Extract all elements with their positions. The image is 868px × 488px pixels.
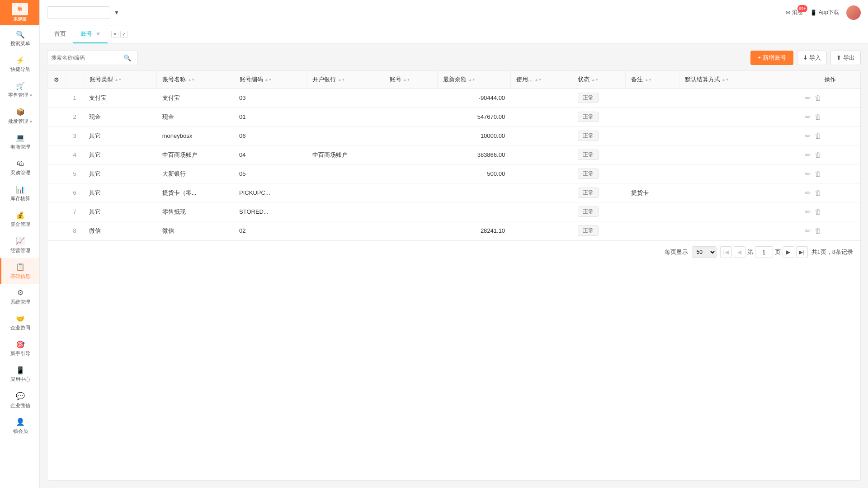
menu-icon-funds: 💰 — [16, 211, 25, 220]
sidebar-item-ecommerce[interactable]: 💻 电商管理 — [0, 129, 39, 155]
menu-label-appcenter: 应用中心 — [10, 376, 30, 382]
sidebar-item-inventory[interactable]: 📊 库存核算 — [0, 180, 39, 206]
app-download-button[interactable]: 📱 App下载 — [810, 9, 839, 16]
sidebar-item-search[interactable]: 🔍 搜索菜单 — [0, 25, 39, 51]
status-badge: 正常 — [578, 150, 599, 160]
tab-account[interactable]: 账号✕ — [73, 25, 108, 43]
sidebar-item-purchase[interactable]: 🛍 采购管理 — [0, 155, 39, 180]
cell-settings-1 — [47, 108, 66, 127]
menu-icon-purchase: 🛍 — [16, 159, 25, 168]
sidebar-item-wecom[interactable]: 💬 企业微信 — [0, 387, 39, 413]
sidebar-item-wholesale[interactable]: 📦 批发管理 ▼ — [0, 103, 39, 129]
tab-home[interactable]: 首页 — [47, 25, 73, 43]
next-page-btn[interactable]: ▶ — [783, 246, 794, 258]
delete-btn-3[interactable]: 🗑 — [815, 151, 821, 159]
sidebar-item-system[interactable]: ⚙ 系统管理 — [0, 284, 39, 310]
delete-btn-2[interactable]: 🗑 — [815, 132, 821, 140]
cell-account-5 — [384, 183, 437, 202]
cell-usage-6 — [510, 202, 572, 221]
avatar[interactable] — [846, 5, 861, 20]
window-controls: ✕ ⤢ — [111, 31, 127, 38]
table-row: 2 现金 现金 01 547670.00 正常 ✏ 🗑 — [47, 108, 860, 127]
th-settle[interactable]: 默认结算方式▲▼ — [679, 71, 800, 89]
search-icon[interactable]: 🔍 — [123, 54, 131, 61]
sidebar-item-retail[interactable]: 🛒 零售管理 ▼ — [0, 77, 39, 103]
topbar-dropdown[interactable]: ▼ — [114, 9, 119, 16]
edit-btn-5[interactable]: ✏ — [805, 189, 811, 197]
edit-btn-6[interactable]: ✏ — [805, 208, 811, 216]
topbar-search-input[interactable] — [47, 6, 110, 19]
cell-action-1: ✏ 🗑 — [800, 108, 860, 127]
prev-page-btn[interactable]: ◀ — [734, 246, 745, 258]
th-status[interactable]: 状态▲▼ — [572, 71, 626, 89]
cell-name-4: 大新银行 — [157, 164, 234, 183]
cell-remark-1 — [626, 108, 679, 127]
sidebar-item-agreement[interactable]: 🤝 企业协同 — [0, 310, 39, 335]
edit-btn-0[interactable]: ✏ — [805, 94, 811, 102]
cell-status-2: 正常 — [572, 127, 626, 145]
edit-btn-1[interactable]: ✏ — [805, 113, 811, 121]
sidebar-item-shortcut[interactable]: ⚡ 快捷导航 — [0, 51, 39, 77]
page-size-select[interactable]: 50 100 200 — [692, 246, 717, 258]
cell-status-4: 正常 — [572, 164, 626, 183]
cell-settle-2 — [679, 127, 800, 145]
delete-btn-4[interactable]: 🗑 — [815, 170, 821, 178]
message-button[interactable]: ✉ 消息 99+ — [786, 9, 803, 16]
menu-icon-shortcut: ⚡ — [16, 56, 25, 65]
cell-type-7: 微信 — [84, 221, 157, 240]
menu-label-shortcut: 快捷导航 — [10, 66, 30, 72]
menu-label-guide: 新手引导 — [10, 351, 30, 357]
cell-type-3: 其它 — [84, 145, 157, 164]
sidebar-item-basic[interactable]: 📋 基础信息 — [0, 258, 39, 284]
th-code[interactable]: 账号编码▲▼ — [234, 71, 307, 89]
tab-close-account[interactable]: ✕ — [96, 31, 100, 37]
sidebar-item-guide[interactable]: 🎯 新手引导 — [0, 335, 39, 361]
delete-btn-5[interactable]: 🗑 — [815, 189, 821, 197]
delete-btn-1[interactable]: 🗑 — [815, 113, 821, 121]
window-close-btn[interactable]: ✕ — [111, 31, 118, 38]
th-bank[interactable]: 开户银行▲▼ — [307, 71, 384, 89]
cell-account-0 — [384, 89, 437, 108]
cell-action-2: ✏ 🗑 — [800, 127, 860, 145]
last-page-btn[interactable]: ▶| — [796, 246, 808, 258]
table-row: 7 其它 零售抵现 STORED... 正常 ✏ 🗑 — [47, 202, 860, 221]
th-balance[interactable]: 最新余额▲▼ — [437, 71, 510, 89]
sidebar-item-funds[interactable]: 💰 资金管理 — [0, 206, 39, 232]
delete-btn-7[interactable]: 🗑 — [815, 227, 821, 235]
add-account-button[interactable]: + 新增账号 — [750, 51, 793, 65]
edit-btn-2[interactable]: ✏ — [805, 132, 811, 140]
delete-btn-0[interactable]: 🗑 — [815, 94, 821, 102]
delete-btn-6[interactable]: 🗑 — [815, 208, 821, 216]
cell-type-1: 现金 — [84, 108, 157, 127]
message-badge: 99+ — [797, 5, 807, 12]
th-remark-sort: ▲▼ — [645, 78, 652, 82]
window-maximize-btn[interactable]: ⤢ — [120, 31, 127, 38]
sidebar-item-member[interactable]: 👤 畅会员 — [0, 413, 39, 439]
cell-usage-0 — [510, 89, 572, 108]
settings-icon[interactable]: ⚙ — [54, 76, 59, 83]
sidebar-item-operations[interactable]: 📈 经营管理 — [0, 232, 39, 258]
edit-btn-3[interactable]: ✏ — [805, 151, 811, 159]
th-remark[interactable]: 备注▲▼ — [626, 71, 679, 89]
search-input[interactable] — [51, 55, 123, 61]
page-number-input[interactable] — [755, 246, 773, 258]
first-page-btn[interactable]: |◀ — [720, 246, 732, 258]
cell-remark-2 — [626, 127, 679, 145]
export-button[interactable]: ⬆ 导出 — [830, 51, 861, 65]
menu-label-retail: 零售管理 ▼ — [8, 92, 33, 98]
import-button[interactable]: ⬇ 导入 — [797, 51, 827, 65]
cell-account-4 — [384, 164, 437, 183]
th-name[interactable]: 账号名称▲▼ — [157, 71, 234, 89]
cell-balance-7: 28241.10 — [437, 221, 510, 240]
menu-label-ecommerce: 电商管理 — [10, 144, 30, 150]
page-size-label: 每页显示 — [665, 248, 688, 256]
edit-btn-4[interactable]: ✏ — [805, 170, 811, 178]
th-usage[interactable]: 使用...▲▼ — [510, 71, 572, 89]
edit-btn-7[interactable]: ✏ — [805, 227, 811, 235]
cell-balance-0: -90444.00 — [437, 89, 510, 108]
th-account[interactable]: 账号▲▼ — [384, 71, 437, 89]
toolbar-right: + 新增账号 ⬇ 导入 ⬆ 导出 — [750, 51, 861, 65]
cell-settle-0 — [679, 89, 800, 108]
th-type[interactable]: 账号类型▲▼ — [84, 71, 157, 89]
sidebar-item-appcenter[interactable]: 📱 应用中心 — [0, 361, 39, 387]
